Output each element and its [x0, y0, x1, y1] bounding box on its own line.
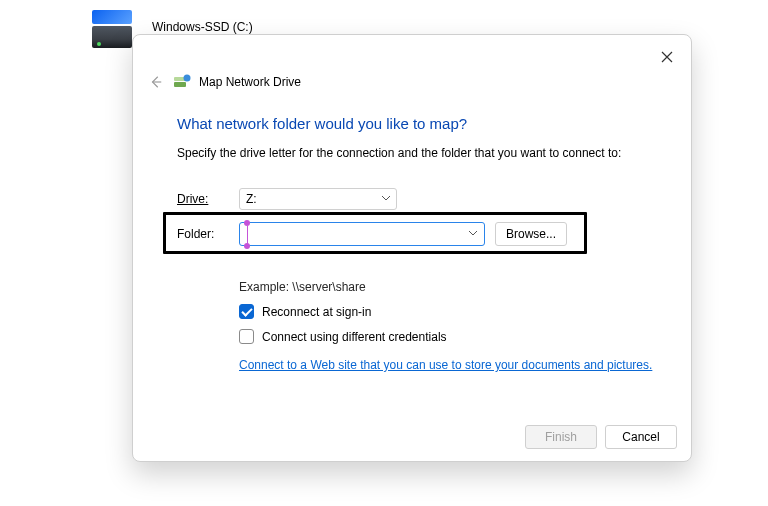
chevron-down-icon	[468, 227, 478, 241]
map-network-drive-dialog: Map Network Drive What network folder wo…	[132, 34, 692, 462]
annotation-caret	[247, 226, 248, 244]
website-link[interactable]: Connect to a Web site that you can use t…	[239, 358, 652, 372]
drive-field-label: Drive:	[177, 192, 239, 206]
reconnect-label: Reconnect at sign-in	[262, 305, 371, 319]
drive-value: Z:	[246, 192, 257, 206]
close-icon	[661, 51, 673, 63]
network-drive-icon	[173, 73, 191, 91]
browse-button[interactable]: Browse...	[495, 222, 567, 246]
reconnect-checkbox[interactable]	[239, 304, 254, 319]
annotation-dot	[244, 243, 250, 249]
back-arrow-icon	[149, 75, 163, 89]
credentials-checkbox[interactable]	[239, 329, 254, 344]
dialog-question: What network folder would you like to ma…	[177, 115, 667, 132]
dialog-title: Map Network Drive	[199, 75, 301, 89]
dialog-instruction: Specify the drive letter for the connect…	[177, 146, 667, 160]
close-button[interactable]	[653, 43, 681, 71]
back-button[interactable]	[147, 73, 165, 91]
cancel-button[interactable]: Cancel	[605, 425, 677, 449]
drive-select[interactable]: Z:	[239, 188, 397, 210]
example-text: Example: \\server\share	[239, 280, 667, 294]
drive-icon[interactable]	[92, 26, 132, 48]
finish-button[interactable]: Finish	[525, 425, 597, 449]
folder-input[interactable]	[239, 222, 485, 246]
svg-point-2	[184, 75, 191, 82]
folder-field-label: Folder:	[177, 227, 239, 241]
svg-rect-0	[174, 82, 186, 87]
drive-label[interactable]: Windows-SSD (C:)	[152, 20, 253, 34]
chevron-down-icon	[381, 192, 391, 206]
credentials-label: Connect using different credentials	[262, 330, 447, 344]
